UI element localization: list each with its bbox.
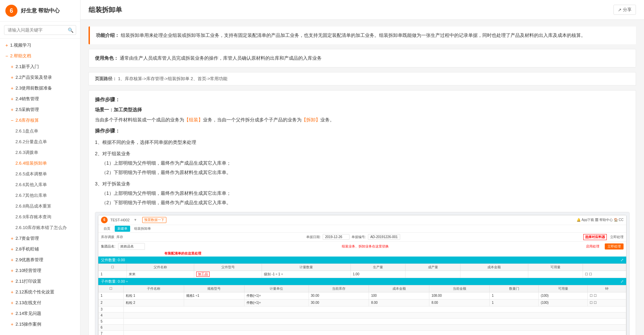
mock-title: TEST-H002 [110, 218, 129, 222]
search-input[interactable] [4, 25, 76, 35]
step2: 2、对于组装业务 [95, 149, 630, 158]
mock-td-cost [461, 271, 528, 278]
sidebar-item-docs[interactable]: − 2.帮助文档 [0, 51, 80, 61]
mock-toolbar: 库存调拨 库存 单据日期: 2019-12-26 单据编号: AD-201912… [98, 233, 626, 242]
mock-bth-cost: 成本金额 [369, 285, 429, 292]
mock-collection-label: 集团品名: [101, 244, 115, 249]
sidebar-item-install[interactable]: + 2.2产品安装及登录 [0, 72, 80, 83]
mock-ui: 6 TEST-H002 ▼ 预置数据一下 🔔 App下载 ☰ 帮助中心 🏠 CC… [98, 215, 627, 335]
mock-th-parent-name: 父件名称 [126, 264, 194, 271]
function-intro-box: 功能介绍： 组装拆卸单用来处理企业组装或拆卸等加工业务，支持有固定装配清单的产品… [89, 26, 636, 44]
sidebar-item-operation[interactable]: + 2.10经营管理 [0, 265, 80, 276]
mock-th-plan-qty: 计量数量 [262, 264, 351, 271]
sidebar-item-purchase[interactable]: + 2.5采购管理 [0, 104, 80, 115]
mock-brow2-qty: 1 [490, 299, 539, 306]
mock-td-check: 1 [99, 271, 127, 278]
mock-tab-new: 新建单 [115, 226, 130, 232]
mock-toolbar-inv: 库存 [116, 235, 123, 239]
plus-icon: + [11, 300, 13, 305]
sidebar-item-assemble[interactable]: 2.6.4组装拆卸单 [0, 158, 80, 169]
sidebar-item-online-pay[interactable]: + 2.13在线支付 [0, 297, 80, 308]
mock-bottom-row-4: 4 [99, 312, 626, 318]
ops-title: 操作步骤： [95, 97, 630, 103]
mock-brow1-avail: (100) [539, 292, 588, 299]
sidebar-item-mobile[interactable]: + 2.8手机旺铺 [0, 244, 80, 255]
mock-brow2-model [184, 299, 244, 306]
mock-bottom-row-5: 5 [99, 318, 626, 324]
mock-bottom-row-3: 3 [99, 306, 626, 312]
mock-td-model: 加工品 [194, 271, 262, 278]
step2-sub2: （2）下部明细为子件明细，最终作为原材料生成其它出库单。 [95, 168, 630, 177]
mock-td-name: 米米 [126, 271, 194, 278]
sidebar-item-other-in[interactable]: 2.6.6其他入库单 [0, 179, 80, 190]
screenshot-container: 6 TEST-H002 ▼ 预置数据一下 🔔 App下载 ☰ 帮助中心 🏠 CC… [95, 212, 630, 335]
sidebar-item-cases[interactable]: + 2.15操作案例 [0, 319, 80, 330]
mock-ui-header: 6 TEST-H002 ▼ 预置数据一下 🔔 App下载 ☰ 帮助中心 🏠 CC [98, 215, 626, 225]
share-icon: ↗ [618, 7, 622, 12]
sidebar-item-adjust[interactable]: 2.6.3调拨单 [0, 147, 80, 158]
sidebar-item-coupon[interactable]: + 2.9优惠券管理 [0, 255, 80, 265]
mock-annotate-switch: 组装业务、拆卸业务在这里切换 [342, 244, 389, 249]
sidebar-item-inv-error[interactable]: 2.6.10库存账本错了怎么办 [0, 222, 80, 233]
screenshot-inner: 6 TEST-H002 ▼ 预置数据一下 🔔 App下载 ☰ 帮助中心 🏠 CC… [95, 212, 629, 335]
mock-th-actions [583, 264, 626, 271]
mock-bth-stock: 当前库存 [309, 285, 369, 292]
sidebar-item-goods-cost[interactable]: 2.6.8商品成本重算 [0, 201, 80, 212]
mock-th-parent-model: 父件型号 [194, 264, 262, 271]
sidebar-item-other-out[interactable]: 2.6.7其他出库单 [0, 190, 80, 201]
mock-bth-cur-cost: 当前金额 [429, 285, 490, 292]
sidebar-item-print[interactable]: + 2.11打印设置 [0, 276, 80, 287]
mock-brow2-unit: 件数(+1)÷ [244, 299, 309, 306]
sidebar-item-split-stocktake[interactable]: 2.6.2分量盘点单 [0, 136, 80, 147]
mock-td-prod2 [406, 271, 461, 278]
plus-icon: + [11, 107, 13, 112]
path-text: 1、库存核算->库存管理->组装拆卸单 2、首页->常用功能 [118, 76, 228, 81]
mock-brow2-stock: 30.00 [309, 299, 369, 306]
sidebar-item-faq[interactable]: + 2.14常见问题 [0, 308, 80, 319]
sidebar-item-video[interactable]: + 1.视频学习 [0, 40, 80, 51]
mock-confirm-btn: 立即处理 [605, 243, 624, 249]
mock-bth-model: 规格型号 [184, 285, 244, 292]
sidebar-item-custom[interactable]: + 2.12系统个性化设置 [0, 287, 80, 297]
main-content: 组装拆卸单 ↗ 分享 功能介绍： 组装拆卸单用来处理企业组装或拆卸等加工业务，支… [80, 0, 644, 335]
step3-sub2: （2）下部明细为子件明细，最终作为产成品生成其它入库单。 [95, 198, 630, 207]
mock-tab-home: 自页 [101, 225, 113, 232]
mock-doc-label: 单据编号: [352, 235, 366, 239]
mock-brow1-cur-cost: 108.00 [429, 292, 490, 299]
mock-top-table: ☐ 父件名称 父件型号 计量数量 生产量 成产量 成本金额 可用量 [98, 264, 626, 278]
share-button[interactable]: ↗ 分享 [613, 5, 636, 15]
sidebar-item-cost-adjust[interactable]: 2.6.5成本调整单 [0, 169, 80, 179]
minus-icon: − [5, 53, 8, 59]
mock-th-avail: 可用量 [528, 264, 583, 271]
plus-icon: + [11, 289, 13, 295]
mock-doc-input: AD-20191226-001 [368, 234, 400, 240]
sidebar-item-finance[interactable]: + 2.7资金管理 [0, 233, 80, 244]
search-bar[interactable]: 🔍 [0, 22, 80, 39]
mock-tab-assemble: 组装拆卸单 [131, 225, 154, 232]
sidebar-item-data-prep[interactable]: + 2.3使用前数据准备 [0, 83, 80, 94]
plus-icon: + [11, 246, 13, 252]
mock-td-act: ☐ ☐ [583, 271, 626, 278]
mock-brow2-cost: 8.00 [369, 299, 429, 306]
mock-brow1-model: 规格1 ÷1 [184, 292, 244, 299]
sidebar-item-sales[interactable]: + 2.4销售管理 [0, 94, 80, 104]
mock-th-prod-qty: 生产量 [351, 264, 406, 271]
sidebar-item-inv-check[interactable]: 2.6.9库存账本查询 [0, 212, 80, 222]
mock-brow1-check: 1 [99, 292, 124, 299]
sidebar-item-inventory[interactable]: − 2.6库存核算 [0, 115, 80, 126]
mock-bth-act: 钟 [588, 285, 626, 292]
mock-brow1-act: ☐ ☐ [588, 292, 626, 299]
mock-bth-check: ☐ [99, 285, 124, 292]
mock-nav-icons: 🔔 App下载 ☰ 帮助中心 🏠 CC [577, 218, 624, 222]
mock-date-label: 单据日期: [306, 235, 321, 239]
operations-section: 操作步骤： 场景一：加工类型选择 当由多个子件材料组装成一个成品的业务为【组装】… [89, 90, 636, 335]
mock-bth-name: 子件名称 [123, 285, 184, 292]
mock-bth-qty: 数量门 [490, 285, 539, 292]
mock-th-check: ☐ [99, 264, 127, 271]
sidebar-item-stocktake[interactable]: 2.6.1盘点单 [0, 126, 80, 136]
sidebar-item-newbie[interactable]: + 2.1新手入门 [0, 61, 80, 72]
plus-icon: + [5, 43, 8, 48]
logo-icon: 6 [5, 5, 17, 17]
mock-tabs-row: 自页 新建单 组装拆卸单 [98, 225, 626, 233]
mock-bottom-row-1: 1 粒粒 1 规格1 ÷1 件数(+1)÷ 30.00 100 108.00 1… [99, 292, 626, 299]
